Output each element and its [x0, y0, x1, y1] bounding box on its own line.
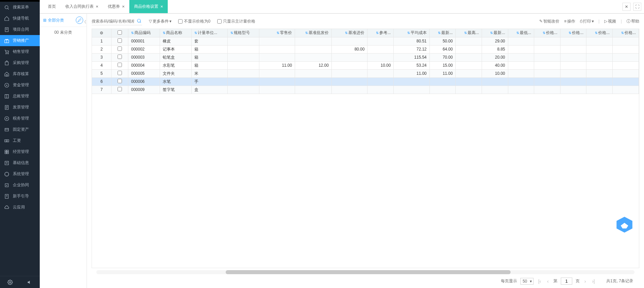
cell-purchase[interactable]: [331, 86, 367, 94]
sort-icon[interactable]: ⇅: [543, 31, 545, 35]
cell-wholesale[interactable]: 12.00: [295, 61, 331, 69]
sidebar-item-system[interactable]: 系统管理: [0, 168, 40, 180]
sort-icon[interactable]: ⇅: [569, 31, 571, 35]
cell-ref[interactable]: [367, 69, 394, 77]
table-row[interactable]: 3000003铅笔盒箱115.5470.0020.00: [92, 53, 639, 61]
video-button[interactable]: ▷ 视频: [604, 19, 616, 24]
close-tab-button[interactable]: ✕: [622, 3, 631, 11]
tab-2[interactable]: 优惠券✕: [103, 0, 129, 13]
tab-1[interactable]: 收入合同执行表✕: [61, 0, 103, 13]
cell-p4[interactable]: [613, 86, 639, 94]
sidebar-item-info[interactable]: 基础信息: [0, 157, 40, 168]
page-size-select[interactable]: 50 ▾: [520, 278, 534, 285]
table-row[interactable]: 7000009签字笔盒: [92, 86, 639, 94]
cell-p1[interactable]: [534, 61, 560, 69]
sort-icon[interactable]: ⇅: [490, 31, 493, 35]
column-header-3[interactable]: ⇅商品名称: [160, 29, 192, 37]
cell-p2[interactable]: [560, 69, 586, 77]
cell-ref[interactable]: 10.00: [367, 61, 394, 69]
cell-purchase[interactable]: 80.00: [331, 45, 367, 53]
sort-icon[interactable]: ⇅: [376, 31, 379, 35]
column-header-10[interactable]: ⇅平均成本: [394, 29, 429, 37]
select-all-checkbox[interactable]: [118, 30, 122, 35]
table-row[interactable]: 1000001橡皮套80.5150.0029.00: [92, 37, 639, 45]
cell-retail[interactable]: 11.00: [259, 61, 295, 69]
row-checkbox[interactable]: [118, 79, 122, 83]
row-checkbox[interactable]: [118, 63, 122, 67]
search-icon[interactable]: [137, 19, 141, 23]
cell-retail[interactable]: [259, 53, 295, 61]
cell-wholesale[interactable]: [295, 37, 331, 45]
cell-wholesale[interactable]: [295, 45, 331, 53]
column-header-14[interactable]: ⇅最低...: [508, 29, 534, 37]
more-conditions-button[interactable]: ▽ 更多条件 ▾: [149, 19, 171, 24]
cell-p3[interactable]: [586, 69, 613, 77]
sidebar-item-cloud[interactable]: 云应用: [0, 202, 40, 213]
next-page-button[interactable]: ›: [583, 279, 587, 284]
gear-icon[interactable]: ⚙: [100, 31, 103, 35]
only-main-checkbox-group[interactable]: 只显示主计量价格: [217, 19, 255, 24]
settings-button[interactable]: [0, 276, 20, 288]
tab-close-icon[interactable]: ✕: [122, 5, 125, 8]
sort-icon[interactable]: ⇅: [407, 31, 410, 35]
cell-p4[interactable]: [613, 69, 639, 77]
hide-zero-checkbox-group[interactable]: 不显示价格为0: [178, 19, 211, 24]
cell-purchase[interactable]: [331, 61, 367, 69]
cell-p3[interactable]: [586, 37, 613, 45]
row-checkbox[interactable]: [118, 46, 122, 51]
page-input[interactable]: [561, 278, 572, 285]
cell-retail[interactable]: [259, 77, 295, 86]
tab-close-icon[interactable]: ✕: [96, 5, 98, 8]
cell-ref[interactable]: [367, 53, 394, 61]
sidebar-item-search[interactable]: 搜索菜单: [0, 2, 40, 13]
sidebar-item-doc[interactable]: 项目合同: [0, 24, 40, 35]
sort-icon[interactable]: ⇅: [194, 31, 197, 35]
hide-zero-checkbox[interactable]: [178, 19, 183, 24]
cell-p3[interactable]: [586, 61, 613, 69]
sidebar-item-receipt[interactable]: 发票管理: [0, 102, 40, 113]
cell-p1[interactable]: [534, 77, 560, 86]
cell-purchase[interactable]: [331, 77, 367, 86]
cell-p1[interactable]: [534, 45, 560, 53]
sidebar-item-bag[interactable]: 采购管理: [0, 57, 40, 68]
cell-wholesale[interactable]: [295, 53, 331, 61]
assistant-float-button[interactable]: [615, 215, 634, 234]
table-row[interactable]: 4000004水彩笔箱11.0012.0010.0053.2415.0040.0…: [92, 61, 639, 69]
sort-icon[interactable]: ⇅: [438, 31, 441, 35]
cell-p4[interactable]: [613, 53, 639, 61]
sort-icon[interactable]: ⇅: [305, 31, 308, 35]
cell-ref[interactable]: [367, 77, 394, 86]
column-header-13[interactable]: ⇅最新...: [482, 29, 508, 37]
tab-close-icon[interactable]: ✕: [160, 5, 163, 8]
column-header-1[interactable]: [111, 29, 128, 37]
sidebar-item-house[interactable]: 库存核算: [0, 68, 40, 79]
tree-collapse-button[interactable]: 《: [82, 15, 87, 29]
cell-purchase[interactable]: [331, 53, 367, 61]
sidebar-item-book[interactable]: 总账管理: [0, 91, 40, 102]
operate-button[interactable]: ≡ 操作: [564, 19, 575, 24]
cell-wholesale[interactable]: [295, 69, 331, 77]
cell-p2[interactable]: [560, 61, 586, 69]
cell-p3[interactable]: [586, 86, 613, 94]
tab-0[interactable]: 首页: [43, 0, 61, 13]
sidebar-item-home[interactable]: 快捷导航: [0, 13, 40, 24]
table-row[interactable]: 6000006水笔手: [92, 77, 639, 86]
column-header-11[interactable]: ⇅最新...: [429, 29, 456, 37]
sort-icon[interactable]: ⇅: [595, 31, 598, 35]
cell-p2[interactable]: [560, 45, 586, 53]
sort-icon[interactable]: ⇅: [345, 31, 348, 35]
cell-ref[interactable]: [367, 45, 394, 53]
sort-icon[interactable]: ⇅: [163, 31, 165, 35]
print-button[interactable]: ⎙ 打印 ▾: [580, 19, 594, 24]
sidebar-item-asset[interactable]: 固定资产: [0, 124, 40, 135]
cell-p2[interactable]: [560, 53, 586, 61]
cell-wholesale[interactable]: [295, 86, 331, 94]
help-button[interactable]: ⓘ 帮助: [626, 19, 639, 24]
scrollbar-thumb[interactable]: [226, 270, 511, 274]
horizontal-scrollbar[interactable]: [96, 270, 635, 274]
sound-button[interactable]: [20, 276, 40, 288]
column-header-8[interactable]: ⇅基准进价: [331, 29, 367, 37]
column-header-4[interactable]: ⇅计量单位...: [192, 29, 227, 37]
column-header-15[interactable]: ⇅价格...: [534, 29, 560, 37]
sort-icon[interactable]: ⇅: [516, 31, 519, 35]
